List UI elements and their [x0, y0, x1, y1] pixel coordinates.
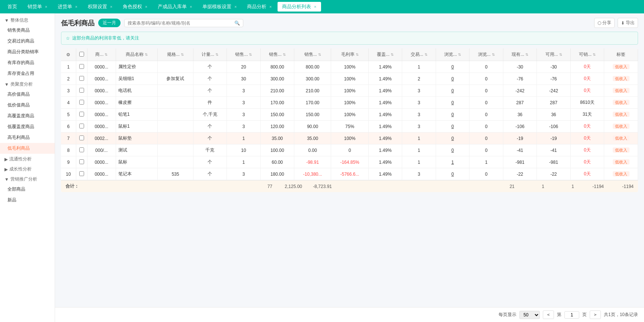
row-browse1[interactable]: 1 — [436, 156, 470, 168]
col-current-header: 现有...⇅ — [503, 48, 537, 61]
row-check[interactable] — [76, 144, 87, 156]
sidebar-group-marketing[interactable]: ▼ 营销推广分析 — [0, 174, 55, 184]
nav-item-products[interactable]: 产成品入库单 × — [153, 2, 196, 12]
sidebar-item-all-products[interactable]: 全部商品 — [0, 184, 55, 195]
row-check[interactable] — [76, 168, 87, 180]
row-checkbox[interactable] — [79, 171, 84, 176]
prev-page-button[interactable]: ＜ — [543, 310, 554, 319]
row-coverage: 1.49% — [368, 144, 402, 156]
nav-item-permissions[interactable]: 权限设置 × — [83, 2, 117, 12]
row-check[interactable] — [76, 156, 87, 168]
row-browse1[interactable]: 0 — [436, 61, 470, 73]
row-sales-qty: 1 — [227, 156, 261, 168]
nav-item-analysis-list[interactable]: 商品分析列表 × — [278, 2, 321, 12]
sidebar-item-new-products[interactable]: 新品 — [0, 195, 55, 205]
nav-close-analysis[interactable]: × — [269, 4, 272, 9]
nav-close-analysis-list[interactable]: × — [314, 4, 316, 9]
row-browse1[interactable]: 0 — [436, 85, 470, 97]
page-number-input[interactable] — [564, 311, 579, 319]
next-page-button[interactable]: ＞ — [590, 310, 601, 319]
row-checkbox[interactable] — [79, 76, 84, 81]
sidebar-item-low-margin[interactable]: 低毛利商品 — [0, 143, 55, 154]
row-checkbox[interactable] — [79, 159, 84, 164]
sidebar-item-high-value[interactable]: 高价值商品 — [0, 89, 55, 100]
row-name[interactable]: 电话机 — [116, 85, 158, 97]
select-all-checkbox[interactable] — [79, 52, 84, 57]
row-check[interactable] — [76, 85, 87, 97]
sidebar-item-category-rate[interactable]: 商品分类助销率 — [0, 47, 55, 57]
col-sales-price-header: 销售...⇅ — [260, 48, 294, 61]
footer-sales-profit: -8,723.91 — [310, 184, 332, 189]
sidebar-group-growth[interactable]: ▶ 成长性分析 — [0, 164, 55, 174]
nav-close-sales[interactable]: × — [45, 4, 47, 9]
nav-close-permissions[interactable]: × — [110, 4, 112, 9]
row-checkbox[interactable] — [79, 124, 84, 128]
row-name[interactable]: 吴细细1 — [116, 73, 158, 85]
nav-item-home[interactable]: 首页 — [3, 2, 22, 12]
nav-item-analysis[interactable]: 商品分析 × — [243, 2, 276, 12]
sidebar-item-stocked-products[interactable]: 有库存的商品 — [0, 57, 55, 68]
row-unit: 个 — [193, 121, 227, 133]
row-name[interactable]: 鼠标 — [116, 156, 158, 168]
data-table: ⚙ 商...⇅ 商品名称⇅ 规格...⇅ 计量...⇅ 销售...⇅ 销售...… — [61, 48, 638, 180]
search-input[interactable] — [128, 20, 233, 26]
row-browse2: 0 — [470, 97, 503, 109]
table-row: 8 000/... 测试 千克 10 100.00 0.00 0 1.49% 1… — [61, 144, 638, 156]
row-browse1[interactable]: 0 — [436, 133, 470, 144]
search-icon[interactable]: 🔍 — [234, 20, 240, 26]
row-name[interactable]: 鼠标垫 — [116, 133, 158, 144]
nav-close-roles[interactable]: × — [145, 4, 147, 9]
row-name[interactable]: 橡皮擦 — [116, 97, 158, 109]
nav-item-purchase[interactable]: 进货单 × — [53, 2, 82, 12]
sidebar-item-low-coverage[interactable]: 低覆盖度商品 — [0, 121, 55, 132]
filter-recent-month-button[interactable]: 近一月 — [98, 19, 121, 27]
row-name[interactable]: 属性定价 — [116, 61, 158, 73]
row-check[interactable] — [76, 61, 87, 73]
col-code-header: 商...⇅ — [87, 48, 116, 61]
share-button[interactable]: ⬡ 分享 — [594, 18, 615, 28]
col-settings[interactable]: ⚙ — [61, 48, 76, 61]
nav-close-template[interactable]: × — [234, 4, 237, 9]
row-browse1[interactable]: 0 — [436, 121, 470, 133]
col-trade-header: 交易...⇅ — [402, 48, 436, 61]
row-sales-qty: 3 — [227, 85, 261, 97]
sidebar-group-circulation[interactable]: ▶ 流通性分析 — [0, 154, 55, 164]
per-page-select[interactable]: 50 100 200 — [519, 311, 540, 319]
row-check[interactable] — [76, 73, 87, 85]
row-checkbox[interactable] — [79, 112, 84, 117]
row-checkbox[interactable] — [79, 136, 84, 140]
row-checkbox[interactable] — [79, 147, 84, 152]
sidebar-item-high-coverage[interactable]: 高覆盖度商品 — [0, 111, 55, 121]
row-checkbox[interactable] — [79, 64, 84, 69]
sidebar-group-overall[interactable]: ▼ 整体信息 — [0, 15, 55, 25]
nav-item-template[interactable]: 单据模板设置 × — [198, 2, 241, 12]
row-check[interactable] — [76, 109, 87, 121]
row-gross-rate: 75% — [331, 121, 368, 133]
row-browse1[interactable]: 0 — [436, 144, 470, 156]
sidebar-item-sales-products[interactable]: 销售类商品 — [0, 25, 55, 36]
row-checkbox[interactable] — [79, 88, 84, 93]
sidebar-item-high-margin[interactable]: 高毛利商品 — [0, 132, 55, 143]
nav-close-purchase[interactable]: × — [75, 4, 77, 9]
row-name[interactable]: 笔记本 — [116, 168, 158, 180]
row-name[interactable]: 铅笔1 — [116, 109, 158, 121]
row-check[interactable] — [76, 133, 87, 144]
sidebar-item-inventory-capital[interactable]: 库存资金占用 — [0, 68, 55, 79]
nav-item-roles[interactable]: 角色授权 × — [118, 2, 152, 12]
row-check[interactable] — [76, 121, 87, 133]
row-name[interactable]: 鼠标1 — [116, 121, 158, 133]
row-check[interactable] — [76, 97, 87, 109]
sidebar-item-traded-products[interactable]: 交易过的商品 — [0, 36, 55, 47]
export-button[interactable]: ⬇ 导出 — [618, 18, 638, 28]
sidebar-item-low-value[interactable]: 低价值商品 — [0, 100, 55, 111]
sidebar-group-cluster[interactable]: ▼ 类聚度分析 — [0, 79, 55, 89]
nav-close-products[interactable]: × — [190, 4, 192, 9]
row-browse1[interactable]: 0 — [436, 73, 470, 85]
row-name[interactable]: 测试 — [116, 144, 158, 156]
col-check[interactable] — [76, 48, 87, 61]
row-checkbox[interactable] — [79, 100, 84, 105]
row-browse1[interactable]: 0 — [436, 97, 470, 109]
nav-item-sales[interactable]: 销货单 × — [23, 2, 52, 12]
row-browse1[interactable]: 0 — [436, 109, 470, 121]
row-browse1[interactable]: 0 — [436, 168, 470, 180]
